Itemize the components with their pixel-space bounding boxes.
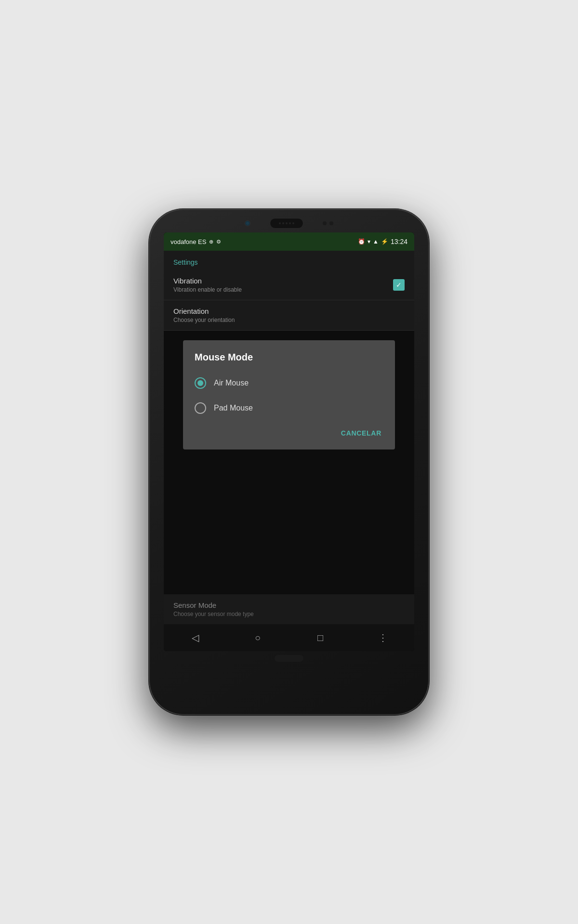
radio-inner-filled [197,380,203,386]
sensor-mode-description: Choose your sensor mode type [173,611,405,617]
air-mouse-option[interactable]: Air Mouse [183,371,395,396]
settings-title: Settings [164,251,414,270]
top-sensors [323,221,333,225]
back-button[interactable]: ◁ [185,628,205,647]
vibration-checkbox[interactable]: ✓ [393,279,405,291]
dialog-title: Mouse Mode [183,340,395,371]
orientation-setting-item[interactable]: Orientation Choose your orientation [164,300,414,331]
pad-mouse-option[interactable]: Pad Mouse [183,396,395,421]
recents-button[interactable]: □ [311,628,330,647]
status-bar: vodafone ES ⊕ ⚙ ⏰ ▾ ▲ ⚡ 13:24 [164,232,414,251]
more-button[interactable]: ⋮ [373,628,393,647]
air-mouse-radio[interactable] [195,377,206,389]
orientation-description: Choose your orientation [173,317,235,323]
phone-screen: vodafone ES ⊕ ⚙ ⏰ ▾ ▲ ⚡ 13:24 Settings V… [164,232,414,651]
sensor-mode-label: Sensor Mode [173,601,405,609]
speaker-grille [270,218,303,229]
wifi-icon: ▾ [368,238,370,245]
sensor-mode-section[interactable]: Sensor Mode Choose your sensor mode type [164,594,414,624]
phone-top-bezel [149,209,429,229]
home-button[interactable]: ○ [248,628,267,647]
vibration-description: Vibration enable or disable [173,286,242,293]
mouse-mode-dialog: Mouse Mode Air Mouse Pad Mouse [183,340,395,449]
alarm-icon: ⏰ [358,238,365,245]
status-icons: ⏰ ▾ ▲ ⚡ 13:24 [358,238,407,245]
dialog-overlay: Mouse Mode Air Mouse Pad Mouse [164,331,414,594]
signal-icon: ▲ [373,238,379,245]
battery-icon: ⚡ [381,238,388,245]
status-left: vodafone ES ⊕ ⚙ [171,238,221,245]
vibration-text: Vibration Vibration enable or disable [173,277,242,293]
nav-bar: ◁ ○ □ ⋮ [164,624,414,651]
front-camera [245,220,250,226]
orientation-label: Orientation [173,307,235,315]
app-content: Settings Vibration Vibration enable or d… [164,251,414,624]
phone-device: vodafone ES ⊕ ⚙ ⏰ ▾ ▲ ⚡ 13:24 Settings V… [149,209,429,715]
carrier-name: vodafone ES [171,238,206,245]
cancel-button[interactable]: CANCELAR [335,424,387,442]
android-icon: ⚙ [216,239,221,245]
dialog-actions: CANCELAR [183,421,395,449]
pad-mouse-label: Pad Mouse [214,404,253,412]
orientation-text: Orientation Choose your orientation [173,307,235,323]
vibration-setting-item[interactable]: Vibration Vibration enable or disable ✓ [164,270,414,300]
pad-mouse-radio[interactable] [195,402,206,414]
vibration-label: Vibration [173,277,242,285]
carrier-icon: ⊕ [209,239,213,245]
clock: 13:24 [391,238,407,245]
air-mouse-label: Air Mouse [214,379,249,387]
phone-bottom-bezel [275,655,303,662]
